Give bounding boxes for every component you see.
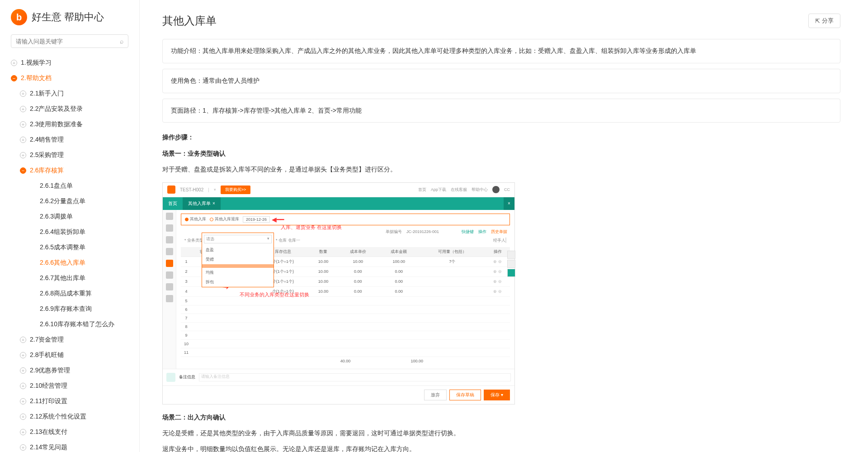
ss-remark-icon: [166, 373, 175, 382]
sidebar: b 好生意 帮助中心 ⌕ 1.视频学习 2.帮助文档 2.1新手入门 2.2产品…: [0, 0, 140, 452]
main-content: 其他入库单 ⇱ 分享 功能介绍：其他入库单用来处理除采购入库、产成品入库之外的其…: [140, 0, 863, 452]
ss-remark-row: 备注信息 请输入备注信息: [163, 369, 514, 385]
ss-close-icon: ×: [504, 197, 514, 210]
radio-on-icon: [185, 218, 189, 221]
path-text: 1、库存核算->库存管理->其他入库单 2、首页->常用功能: [203, 107, 362, 114]
search-box[interactable]: ⌕: [11, 34, 128, 48]
page-title: 其他入库单: [162, 14, 217, 28]
plus-icon: [20, 429, 26, 435]
nav-video-learning[interactable]: 1.视频学习: [5, 55, 134, 71]
ss-footer: 放弃 保存草稿 保存 ▾: [163, 385, 514, 404]
nav-2-13[interactable]: 2.13在线支付: [5, 424, 134, 440]
minus-icon: [20, 167, 26, 174]
chevron-down-icon: ▾: [267, 236, 269, 242]
intro-text: 其他入库单用来处理除采购入库、产成品入库之外的其他入库业务，因此其他入库单可处理…: [203, 47, 696, 54]
nav-2-6-8[interactable]: 2.6.8商品成本重算: [5, 286, 134, 301]
nav-2-6-5[interactable]: 2.6.5成本调整单: [5, 240, 134, 255]
brand-logo: b: [11, 9, 27, 25]
ss-rail-icon: [166, 236, 173, 243]
ss-buy-button: 我要购买>>: [221, 186, 251, 194]
intro-label: 功能介绍：: [171, 47, 203, 54]
nav-2-9[interactable]: 2.9优惠券管理: [5, 363, 134, 378]
ss-left-rail: [163, 210, 176, 369]
plus-icon: [20, 137, 26, 143]
scene2-title: 场景二：出入方向确认: [162, 414, 226, 421]
nav-tree: 1.视频学习 2.帮助文档 2.1新手入门 2.2产品安装及登录 2.3使用前数…: [0, 55, 139, 452]
radio-off-icon: [210, 218, 213, 221]
search-icon[interactable]: ⌕: [120, 38, 123, 45]
ss-tab-home: 首页: [163, 197, 183, 210]
nav-2-3[interactable]: 2.3使用前数据准备: [5, 117, 134, 132]
table-row: 7: [181, 314, 510, 322]
nav-2-6-1[interactable]: 2.6.1盘点单: [5, 178, 134, 194]
nav-2-1[interactable]: 2.1新手入门: [5, 86, 134, 101]
nav-2-6-10[interactable]: 2.6.10库存账本错了怎么办: [5, 317, 134, 332]
nav-2-11[interactable]: 2.11打印设置: [5, 394, 134, 409]
path-label: 页面路径：: [171, 107, 203, 114]
intro-box: 功能介绍：其他入库单用来处理除采购入库、产成品入库之外的其他入库业务，因此其他入…: [162, 39, 840, 63]
ss-right-tools: [507, 251, 515, 277]
plus-icon: [20, 367, 26, 374]
ss-draft-button: 保存草稿: [449, 390, 481, 400]
ss-input: [505, 238, 506, 243]
ss-date: 2019-12-26: [243, 216, 270, 223]
nav-2-12[interactable]: 2.12系统个性化设置: [5, 409, 134, 424]
table-row: 6: [181, 305, 510, 314]
ss-tool-icon: [507, 260, 515, 268]
arrow-left-icon: ◀━━: [272, 216, 284, 223]
ss-tabbar: 首页 其他入库单× ×: [163, 197, 514, 210]
plus-icon: [20, 414, 26, 420]
steps-label: 操作步骤：: [162, 132, 840, 143]
scene2-p1: 无论是受赠，还是其他类型的业务，由于入库商品质量等原因，需要退回，这时可通过单据…: [162, 428, 840, 439]
ss-env: TEST-H002: [180, 187, 203, 192]
table-row: 9: [181, 331, 510, 339]
ss-save-button: 保存 ▾: [484, 390, 510, 400]
table-row: 10: [181, 339, 510, 348]
nav-2-8[interactable]: 2.8手机旺铺: [5, 347, 134, 363]
search-input[interactable]: [16, 38, 120, 45]
ss-rail-icon: [166, 213, 173, 220]
plus-icon: [20, 352, 26, 358]
nav-2-7[interactable]: 2.7资金管理: [5, 332, 134, 347]
plus-icon: [20, 152, 26, 158]
ss-topbar: TEST-H002 | ▾ 我要购买>> 首页 App下载 在线客服 帮助中心 …: [163, 183, 514, 197]
table-row: 8: [181, 322, 510, 331]
nav-2-4[interactable]: 2.4销售管理: [5, 132, 134, 147]
share-icon: ⇱: [815, 18, 820, 24]
steps-section: 操作步骤： 场景一：业务类型确认 对于受赠、盘盈或是拆装入库等不同的业务，是通过…: [162, 132, 840, 452]
ss-totals: 40.00 100.00: [181, 357, 510, 365]
nav-2-6-2[interactable]: 2.6.2分量盘点单: [5, 194, 134, 209]
role-label: 使用角色：: [171, 77, 203, 84]
nav-help-docs[interactable]: 2.帮助文档: [5, 71, 134, 86]
plus-icon: [20, 337, 26, 343]
ss-rail-icon: [166, 248, 173, 255]
ss-content: 其他入库 其他入库退库 2019-12-26 ◀━━ 入库、退货业务 在这里切换…: [176, 210, 514, 369]
nav-2-6-6[interactable]: 2.6.6其他入库单: [5, 255, 134, 271]
role-text: 通常由仓管人员维护: [203, 77, 259, 84]
role-box: 使用角色：通常由仓管人员维护: [162, 69, 840, 93]
nav-2-10[interactable]: 2.10经营管理: [5, 378, 134, 394]
ss-annotation-2: 不同业务的入库类型在这里切换: [240, 291, 309, 298]
nav-2-2[interactable]: 2.2产品安装及登录: [5, 101, 134, 117]
ss-rail-icon: [166, 224, 173, 232]
share-button[interactable]: ⇱ 分享: [808, 14, 840, 28]
table-row: 5: [181, 296, 510, 305]
plus-icon: [20, 398, 26, 404]
nav-2-6[interactable]: 2.6库存核算: [5, 163, 134, 178]
nav-2-6-9[interactable]: 2.6.9库存账本查询: [5, 301, 134, 317]
nav-2-5[interactable]: 2.5采购管理: [5, 147, 134, 163]
ss-annotation-1: 入库、退货业务 在这里切换: [281, 224, 342, 231]
ss-tab-current: 其他入库单×: [183, 197, 221, 210]
ss-cancel-button: 放弃: [424, 390, 447, 400]
table-row: 11: [181, 348, 510, 357]
nav-2-14[interactable]: 2.14常见问题: [5, 440, 134, 452]
ss-rail-icon: [166, 271, 173, 279]
nav-2-6-4[interactable]: 2.6.4组装拆卸单: [5, 224, 134, 240]
nav-2-6-7[interactable]: 2.6.7其他出库单: [5, 271, 134, 286]
plus-icon: [20, 383, 26, 389]
scene1-text: 对于受赠、盘盈或是拆装入库等不同的业务，是通过单据头【业务类型】进行区分。: [162, 164, 840, 175]
nav-2-6-3[interactable]: 2.6.3调拨单: [5, 209, 134, 224]
ss-avatar-icon: [492, 186, 500, 193]
embedded-screenshot: TEST-H002 | ▾ 我要购买>> 首页 App下载 在线客服 帮助中心 …: [162, 182, 515, 404]
scene1-title: 场景一：业务类型确认: [162, 150, 226, 157]
